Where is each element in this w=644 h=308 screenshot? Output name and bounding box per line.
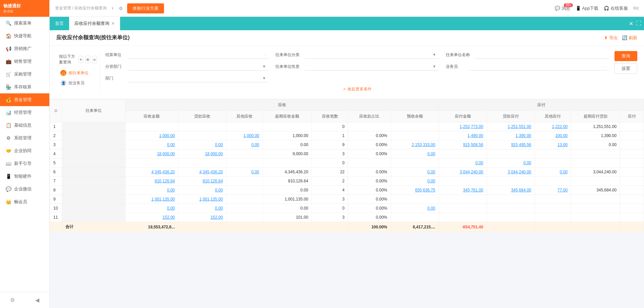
- table-cell[interactable]: 152.00: [178, 213, 226, 222]
- table-cell[interactable]: 2,153,333.00: [391, 140, 439, 149]
- table-cell[interactable]: 0.00: [125, 186, 178, 195]
- cell-link[interactable]: 0.00: [251, 170, 259, 174]
- export-button[interactable]: ⬆ 导出: [604, 35, 618, 41]
- table-cell[interactable]: 152.00: [125, 213, 178, 222]
- table-cell[interactable]: 0.00: [391, 204, 439, 213]
- partner-name-input[interactable]: [475, 51, 609, 59]
- table-cell[interactable]: 77.00: [535, 186, 571, 195]
- cell-link[interactable]: 152.00: [211, 215, 223, 220]
- cell-link[interactable]: 0.00: [523, 161, 531, 165]
- cell-link[interactable]: 915,508.56: [463, 142, 483, 147]
- table-cell[interactable]: 345,684.00: [487, 186, 535, 195]
- table-cell[interactable]: 18,000.00: [178, 149, 226, 159]
- table-cell[interactable]: 655,636.75: [391, 186, 439, 195]
- table-cell[interactable]: 0.00: [391, 149, 439, 159]
- settlement-unit-input[interactable]: ···: [128, 51, 269, 59]
- table-cell[interactable]: 0.00: [487, 159, 535, 168]
- table-cell[interactable]: 1,001,135.00: [125, 195, 178, 204]
- cell-link[interactable]: 915,495.56: [511, 142, 531, 147]
- cell-link[interactable]: 0.00: [215, 188, 223, 192]
- sidebar-item-member[interactable]: 👑 畅会员: [0, 195, 49, 208]
- cell-link[interactable]: 0.00: [427, 170, 435, 174]
- sidebar-item-quick-nav[interactable]: 🏠 快捷导航: [0, 30, 49, 42]
- sidebar-collapse-button[interactable]: ◀: [33, 296, 42, 305]
- notifications-badge[interactable]: 💬 消息 99+: [555, 5, 570, 11]
- cell-link[interactable]: 13.00: [557, 142, 568, 147]
- sidebar-item-search-menu[interactable]: 🔍 搜索菜单: [0, 17, 49, 30]
- table-cell[interactable]: 0.00: [178, 186, 226, 195]
- table-cell[interactable]: 1,251,551.00: [487, 122, 535, 131]
- cell-link[interactable]: 0.00: [427, 206, 435, 211]
- filter-collapse-button[interactable]: «: [92, 56, 97, 63]
- sidebar-item-inventory[interactable]: 🏪 库存核算: [0, 81, 49, 93]
- table-cell[interactable]: 1,252,773.00: [439, 122, 487, 131]
- cell-link[interactable]: 1,001,135.00: [151, 197, 175, 202]
- tab-home[interactable]: 首页: [50, 17, 69, 30]
- table-cell[interactable]: 810,126.64: [125, 177, 178, 186]
- filter-nav-by-salesman[interactable]: 👤 按业务员: [56, 78, 100, 88]
- table-cell[interactable]: 4,345,436.20: [125, 168, 178, 177]
- online-service[interactable]: 🎧 在线客服: [604, 5, 628, 11]
- cell-link[interactable]: 1,222.00: [552, 124, 568, 129]
- filter-add-button[interactable]: +: [78, 56, 83, 63]
- sidebar-item-operation[interactable]: 📊 经营管理: [0, 106, 49, 119]
- table-cell[interactable]: 1,000.00: [125, 131, 178, 140]
- table-cell[interactable]: 3,044,240.00: [487, 168, 535, 177]
- table-cell[interactable]: 0.00: [391, 177, 439, 186]
- sidebar-item-marketing[interactable]: 📢 营销推广: [0, 42, 49, 55]
- table-settings-icon[interactable]: ⚙: [54, 108, 58, 113]
- sidebar-item-system[interactable]: ⚙ 系统管理: [0, 132, 49, 144]
- partner-nature-select[interactable]: ▼: [305, 63, 439, 71]
- cell-link[interactable]: 0.00: [475, 161, 483, 165]
- cell-link[interactable]: 3,044,240.00: [460, 170, 483, 174]
- cell-link[interactable]: 100.00: [555, 133, 568, 138]
- sidebar-item-hardware[interactable]: 📱 智能硬件: [0, 170, 49, 183]
- table-cell[interactable]: 915,495.56: [487, 140, 535, 149]
- table-cell[interactable]: 100.00: [535, 131, 571, 140]
- cell-link[interactable]: 3,044,240.00: [508, 170, 531, 174]
- cell-link[interactable]: 1,000.00: [244, 133, 259, 138]
- cell-link[interactable]: 345,761.00: [463, 188, 483, 192]
- cell-link[interactable]: 4,345,436.20: [151, 170, 175, 174]
- query-button[interactable]: 查询: [614, 51, 637, 61]
- table-cell[interactable]: 1,390.00: [487, 131, 535, 140]
- table-cell[interactable]: 0.00: [125, 140, 178, 149]
- plan-button[interactable]: 体验行业方案: [127, 3, 164, 13]
- tab-close-icon[interactable]: ✕: [111, 21, 115, 26]
- table-cell[interactable]: 0.00: [391, 168, 439, 177]
- table-cell[interactable]: 18,000.00: [125, 149, 178, 159]
- setting-button[interactable]: 设置: [614, 63, 637, 74]
- table-cell[interactable]: 0.00: [178, 204, 226, 213]
- filter-nav-by-partner[interactable]: 💰 按往来单位: [56, 68, 100, 78]
- cell-link[interactable]: 810,126.64: [155, 179, 175, 183]
- cell-link[interactable]: 0.00: [427, 151, 435, 156]
- cell-link[interactable]: 1,252,773.00: [460, 124, 483, 129]
- sidebar-gear-button[interactable]: ⚙: [7, 296, 17, 305]
- sidebar-item-sales[interactable]: 💼 销售管理: [0, 55, 49, 68]
- cell-link[interactable]: 4,345,436.20: [199, 170, 223, 174]
- cell-link[interactable]: 1,251,551.00: [508, 124, 531, 129]
- dept-select[interactable]: ▼: [128, 75, 269, 82]
- table-cell[interactable]: 1,000.00: [226, 131, 263, 140]
- sidebar-item-basic[interactable]: 📋 基础信息: [0, 119, 49, 132]
- cell-link[interactable]: 77.00: [557, 188, 568, 192]
- table-cell[interactable]: 0.00: [535, 168, 571, 177]
- cell-link[interactable]: 345,684.00: [511, 188, 531, 192]
- table-cell[interactable]: 4,345,436.20: [178, 168, 226, 177]
- cell-link[interactable]: 0.00: [427, 179, 435, 183]
- refresh-button[interactable]: 🔄 刷新: [622, 35, 637, 41]
- app-download[interactable]: 📱 App下载: [576, 5, 598, 11]
- table-cell[interactable]: 1,490.00: [439, 131, 487, 140]
- table-cell[interactable]: 13.00: [535, 140, 571, 149]
- cell-link[interactable]: 1,000.00: [159, 133, 175, 138]
- sidebar-item-collab[interactable]: 🤝 企业协同: [0, 144, 49, 157]
- cell-link[interactable]: 0.00: [167, 188, 175, 192]
- table-cell[interactable]: 810,126.64: [178, 177, 226, 186]
- sidebar-item-guide[interactable]: 📖 新手引导: [0, 157, 49, 170]
- table-cell[interactable]: 0.00: [125, 204, 178, 213]
- cell-link[interactable]: 0.00: [167, 206, 175, 211]
- cell-link[interactable]: 810,126.64: [203, 179, 223, 183]
- cell-link[interactable]: 1,001,135.00: [199, 197, 223, 202]
- cell-link[interactable]: 18,000.00: [205, 151, 223, 156]
- table-cell[interactable]: 0.00: [439, 159, 487, 168]
